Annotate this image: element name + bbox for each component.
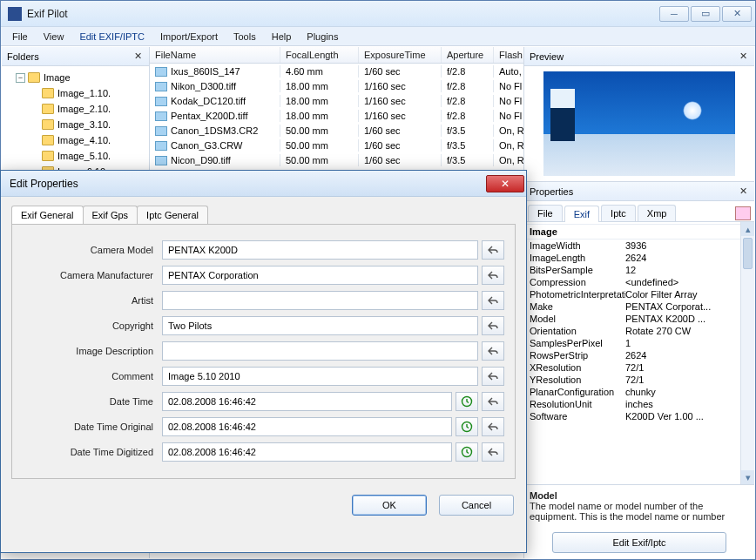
tree-item-label[interactable]: Image_3.10.: [57, 119, 111, 130]
property-row[interactable]: ResolutionUnitinches: [524, 398, 754, 410]
properties-list[interactable]: ImageImageWidth3936ImageLength2624BitsPe…: [524, 222, 754, 484]
property-row[interactable]: RowsPerStrip2624: [524, 349, 754, 361]
undo-button[interactable]: [482, 240, 504, 260]
cell: f/2.8: [442, 80, 494, 92]
undo-button[interactable]: [482, 291, 504, 310]
field-label: Artist: [23, 295, 162, 306]
property-row[interactable]: PhotometricInterpretatioColor Filter Arr…: [524, 288, 754, 300]
property-row[interactable]: XResolution72/1: [524, 361, 754, 374]
undo-button[interactable]: [482, 417, 504, 436]
table-row[interactable]: Nicon_D90.tiff50.00 mm1/60 secf/3.5On, R: [150, 152, 523, 167]
form-row: Copyright: [23, 316, 504, 335]
close-button[interactable]: ✕: [722, 6, 752, 22]
scroll-thumb[interactable]: [743, 238, 753, 269]
tree-item-label[interactable]: Image_4.10.: [57, 135, 111, 145]
property-key: XResolution: [530, 362, 625, 373]
table-row[interactable]: Ixus_860IS_1474.60 mm1/60 secf/2.8Auto,: [150, 64, 523, 78]
table-row[interactable]: Canon_1DSM3.CR250.00 mm1/60 secf/3.5On, …: [150, 123, 523, 138]
menu-edit-exif-iptc[interactable]: Edit EXIF/IPTC: [71, 29, 152, 44]
cell: 18.00 mm: [280, 95, 359, 107]
cancel-button[interactable]: Cancel: [439, 495, 514, 516]
date-time-field[interactable]: [162, 392, 452, 411]
preview-close-icon[interactable]: ✕: [737, 51, 749, 62]
column-header[interactable]: Aperture: [442, 47, 494, 63]
undo-button[interactable]: [482, 392, 504, 411]
ok-button[interactable]: OK: [352, 495, 427, 516]
tree-collapse-icon[interactable]: −: [16, 73, 25, 83]
property-row[interactable]: PlanarConfigurationchunky: [524, 386, 754, 398]
property-description: Model The model name or model number of …: [524, 484, 754, 527]
property-row[interactable]: ImageLength2624: [524, 252, 754, 264]
edit-exif-button[interactable]: Edit Exif/Iptc: [552, 532, 726, 553]
tab-xmp[interactable]: Xmp: [638, 205, 677, 221]
undo-button[interactable]: [482, 266, 504, 285]
scroll-up-icon[interactable]: ▴: [741, 222, 754, 236]
dialog-tab-exif-general[interactable]: Exif General: [11, 206, 84, 224]
date-time-digitized-field[interactable]: [162, 442, 452, 462]
property-row[interactable]: ImageWidth3936: [524, 240, 754, 252]
properties-close-icon[interactable]: ✕: [737, 186, 749, 197]
property-row[interactable]: SamplesPerPixel1: [524, 337, 754, 349]
dialog-close-button[interactable]: ✕: [486, 175, 524, 192]
folder-tree[interactable]: −ImageImage_1.10.Image_2.10.Image_3.10.I…: [2, 66, 149, 183]
menu-plugins[interactable]: Plugins: [299, 29, 346, 44]
property-row[interactable]: YResolution72/1: [524, 374, 754, 386]
artist-field[interactable]: [162, 291, 478, 310]
cell: No Fl: [494, 95, 523, 107]
property-row[interactable]: MakePENTAX Corporat...: [524, 300, 754, 313]
menu-file[interactable]: File: [4, 29, 36, 44]
menu-import-export[interactable]: Import/Export: [152, 29, 226, 44]
date-time-original-field[interactable]: [162, 417, 452, 436]
cell: f/2.8: [442, 65, 494, 78]
folders-close-icon[interactable]: ✕: [132, 51, 144, 62]
dialog-tab-exif-gps[interactable]: Exif Gps: [83, 206, 138, 224]
scroll-down-icon[interactable]: ▾: [741, 470, 754, 484]
property-row[interactable]: Compression<undefined>: [524, 276, 754, 288]
image-description-field[interactable]: [162, 341, 478, 361]
table-row[interactable]: Pentax_K200D.tiff18.00 mm1/160 secf/2.8N…: [150, 108, 523, 123]
field-label: Comment: [23, 371, 162, 381]
menu-help[interactable]: Help: [264, 29, 300, 44]
menu-view[interactable]: View: [36, 29, 72, 44]
tree-item-label[interactable]: Image_5.10.: [57, 151, 111, 161]
column-header[interactable]: ExposureTime: [359, 47, 442, 63]
tab-iptc[interactable]: Iptc: [601, 205, 636, 221]
table-row[interactable]: Kodak_DC120.tiff18.00 mm1/160 secf/2.8No…: [150, 93, 523, 108]
property-group[interactable]: Image: [524, 224, 754, 240]
camera-manufacturer-field[interactable]: [162, 266, 478, 285]
column-header[interactable]: FileName: [150, 47, 280, 63]
properties-title: Properties: [530, 186, 737, 197]
tree-item-label[interactable]: Image_2.10.: [57, 104, 111, 114]
menu-tools[interactable]: Tools: [226, 29, 264, 44]
undo-button[interactable]: [482, 316, 504, 335]
property-row[interactable]: ModelPENTAX K200D ...: [524, 313, 754, 325]
copyright-field[interactable]: [162, 316, 478, 335]
undo-button[interactable]: [482, 367, 504, 386]
properties-scrollbar[interactable]: ▴ ▾: [740, 222, 754, 484]
now-button[interactable]: [456, 392, 478, 411]
property-row[interactable]: BitsPerSample12: [524, 264, 754, 276]
table-row[interactable]: Canon_G3.CRW50.00 mm1/60 secf/3.5On, R: [150, 138, 523, 152]
dialog-tab-iptc-general[interactable]: Iptc General: [137, 206, 208, 224]
settings-icon[interactable]: [735, 206, 751, 220]
undo-button[interactable]: [482, 341, 504, 361]
file-grid-body[interactable]: Ixus_860IS_1474.60 mm1/60 secf/2.8Auto,N…: [150, 64, 523, 167]
table-row[interactable]: Nikon_D300.tiff18.00 mm1/160 secf/2.8No …: [150, 78, 523, 93]
now-button[interactable]: [456, 442, 478, 462]
minimize-button[interactable]: ─: [659, 6, 689, 22]
tab-file[interactable]: File: [528, 205, 563, 221]
now-button[interactable]: [456, 417, 478, 436]
property-row[interactable]: OrientationRotate 270 CW: [524, 325, 754, 337]
file-grid-header[interactable]: FileNameFocalLengthExposureTimeApertureF…: [150, 47, 523, 64]
camera-model-field[interactable]: [162, 240, 478, 260]
maximize-button[interactable]: ▭: [691, 6, 720, 22]
tree-root-label[interactable]: Image: [44, 72, 71, 83]
column-header[interactable]: Flash: [494, 47, 523, 63]
column-header[interactable]: FocalLength: [280, 47, 359, 63]
property-row[interactable]: SoftwareK200D Ver 1.00 ...: [524, 410, 754, 422]
property-key: Orientation: [530, 326, 625, 336]
tab-exif[interactable]: Exif: [564, 206, 599, 222]
undo-button[interactable]: [482, 442, 504, 462]
tree-item-label[interactable]: Image_1.10.: [57, 88, 111, 98]
comment-field[interactable]: [162, 367, 478, 386]
